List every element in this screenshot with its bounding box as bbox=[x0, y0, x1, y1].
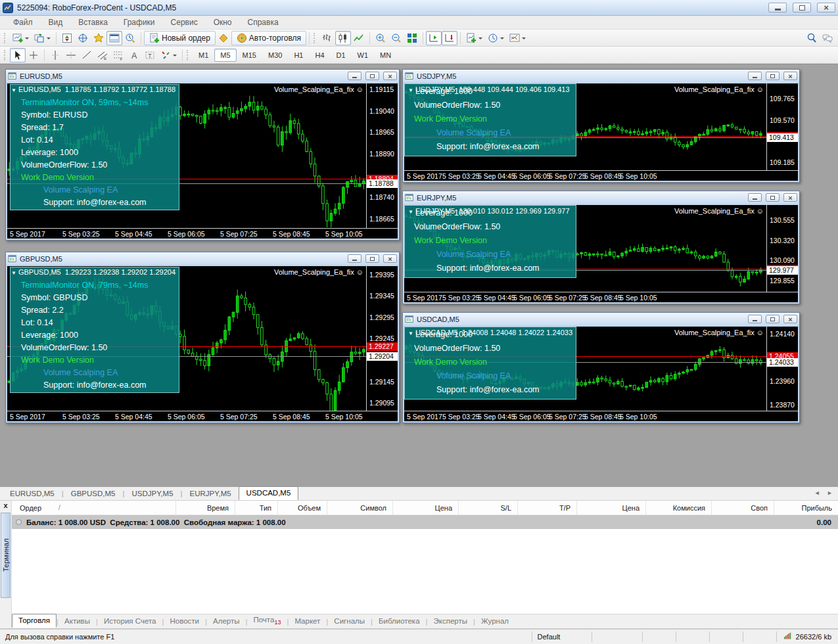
toolbar-grip[interactable] bbox=[314, 33, 317, 43]
terminal-tab-10[interactable]: Журнал bbox=[475, 615, 515, 628]
indicators-button[interactable] bbox=[463, 31, 485, 45]
chart-restore-button[interactable] bbox=[365, 254, 379, 263]
chart-window-titlebar[interactable]: USDCAD,M5× bbox=[403, 313, 799, 325]
terminal-tab-6[interactable]: Маркет bbox=[289, 615, 326, 628]
chart-close-button[interactable]: × bbox=[383, 254, 397, 263]
line-chart-button[interactable] bbox=[351, 31, 367, 45]
chart-window-titlebar[interactable]: EURJPY,M5× bbox=[403, 191, 799, 204]
toolbar-grip[interactable] bbox=[4, 33, 7, 43]
terminal-close-icon[interactable]: x bbox=[1, 501, 11, 511]
terminal-tab-0[interactable]: Торговля bbox=[12, 614, 57, 628]
trendline-button[interactable] bbox=[79, 48, 95, 62]
menu-tools[interactable]: Сервис bbox=[163, 16, 206, 29]
menu-charts[interactable]: Графики bbox=[116, 16, 163, 29]
price-scale[interactable]: 1.191151.190401.189651.188901.187401.186… bbox=[366, 83, 398, 228]
minimize-button[interactable] bbox=[768, 3, 787, 12]
chart-canvas[interactable]: Leverage: 1000VolumeOrderFlow: 1.50Work … bbox=[404, 83, 766, 170]
chart-canvas[interactable]: TerminalMonitor ON, 79ms, ~14msSymbol: G… bbox=[7, 266, 366, 411]
balance-row[interactable]: Баланс: 1 008.00 USD Средства: 1 008.00 … bbox=[12, 515, 838, 529]
horizontal-line-button[interactable] bbox=[63, 48, 79, 62]
terminal-tab-2[interactable]: История Счета bbox=[98, 615, 162, 628]
column-header-2[interactable]: Тип bbox=[235, 501, 278, 515]
column-header-11[interactable]: Прибыль bbox=[774, 501, 838, 515]
column-header-10[interactable]: Своп bbox=[712, 501, 774, 515]
arrows-tool-button[interactable] bbox=[158, 48, 179, 62]
chat-button[interactable] bbox=[820, 31, 835, 45]
market-watch-button[interactable] bbox=[59, 31, 75, 45]
toolbar-grip[interactable] bbox=[187, 50, 190, 60]
timeframe-m15[interactable]: M15 bbox=[237, 49, 262, 62]
auto-scroll-button[interactable] bbox=[442, 31, 457, 45]
timeframe-h4[interactable]: H4 bbox=[309, 49, 330, 62]
time-axis[interactable]: 5 Sep 20175 Sep 03:255 Sep 04:455 Sep 06… bbox=[404, 411, 798, 421]
chart-tab-usdcad[interactable]: USDCAD,M5 bbox=[239, 486, 299, 500]
cursor-tool-button[interactable] bbox=[10, 48, 26, 62]
status-profile[interactable]: Default bbox=[532, 630, 592, 643]
bar-chart-button[interactable] bbox=[319, 31, 335, 45]
toolbar-grip[interactable] bbox=[4, 50, 7, 60]
close-button[interactable]: × bbox=[817, 3, 835, 12]
chart-close-button[interactable]: × bbox=[383, 72, 397, 80]
column-header-9[interactable]: Комиссия bbox=[646, 501, 712, 515]
chart-restore-button[interactable] bbox=[766, 315, 780, 323]
ea-smiley-icon[interactable]: ☺ bbox=[354, 85, 363, 93]
timeframe-m1[interactable]: M1 bbox=[193, 49, 214, 62]
chart-restore-button[interactable] bbox=[365, 72, 379, 80]
chart-minimize-button[interactable] bbox=[748, 193, 762, 202]
chart-canvas[interactable]: Leverage: 1000VolumeOrderFlow: 1.50Work … bbox=[404, 205, 766, 292]
chart-window-titlebar[interactable]: GBPUSD,M5× bbox=[6, 252, 399, 265]
chart-minimize-button[interactable] bbox=[348, 72, 361, 80]
quote-dropdown-icon[interactable]: ▼ bbox=[11, 87, 16, 93]
chart-window-titlebar[interactable]: USDJPY,M5× bbox=[403, 70, 799, 82]
quote-dropdown-icon[interactable]: ▼ bbox=[11, 270, 16, 276]
price-scale[interactable]: 109.765109.570109.185109.424109.413 bbox=[766, 83, 798, 170]
metaeditor-button[interactable] bbox=[216, 31, 231, 45]
text-tool-button[interactable]: A bbox=[126, 48, 142, 62]
chart-canvas[interactable]: Leverage: 1000VolumeOrderFlow: 1.50Work … bbox=[404, 327, 766, 411]
terminal-tab-9[interactable]: Эксперты bbox=[428, 615, 473, 628]
timeframe-m30[interactable]: M30 bbox=[262, 49, 288, 62]
chart-close-button[interactable]: × bbox=[783, 193, 797, 202]
column-header-0[interactable]: Ордер/ bbox=[12, 501, 176, 515]
menu-help[interactable]: Справка bbox=[240, 16, 287, 29]
menu-insert[interactable]: Вставка bbox=[70, 16, 116, 29]
fibonacci-button[interactable]: F bbox=[110, 48, 126, 62]
chart-restore-button[interactable] bbox=[766, 193, 780, 202]
periods-button[interactable] bbox=[485, 31, 507, 45]
terminal-button[interactable] bbox=[106, 31, 122, 45]
menu-window[interactable]: Окно bbox=[206, 16, 240, 29]
chart-tab-eurusd[interactable]: EURUSD,M5 bbox=[3, 488, 62, 500]
search-button[interactable] bbox=[804, 31, 820, 45]
column-header-5[interactable]: Цена bbox=[393, 501, 459, 515]
zoom-in-button[interactable] bbox=[373, 31, 388, 45]
strategy-tester-button[interactable] bbox=[122, 31, 138, 45]
new-chart-button[interactable] bbox=[10, 31, 32, 45]
column-header-4[interactable]: Символ bbox=[327, 501, 393, 515]
price-scale[interactable]: 130.555130.320130.090129.855129.991129.9… bbox=[766, 205, 798, 292]
column-header-1[interactable]: Время bbox=[176, 501, 235, 515]
ea-smiley-icon[interactable]: ☺ bbox=[755, 329, 764, 336]
terminal-vertical-tab[interactable]: Терминал bbox=[1, 513, 11, 598]
crosshair-tool-button[interactable] bbox=[26, 48, 41, 62]
chart-close-button[interactable]: × bbox=[783, 315, 797, 323]
tab-scroll-arrows[interactable]: ◄ ► bbox=[814, 490, 835, 496]
chart-minimize-button[interactable] bbox=[348, 254, 361, 263]
menu-file[interactable]: Файл bbox=[5, 16, 41, 29]
text-label-button[interactable]: T bbox=[142, 48, 158, 62]
chart-minimize-button[interactable] bbox=[748, 315, 762, 323]
chart-window-titlebar[interactable]: EURUSD,M5× bbox=[6, 70, 399, 82]
column-header-6[interactable]: S/L bbox=[459, 501, 518, 515]
vertical-line-button[interactable] bbox=[47, 48, 63, 62]
menu-view[interactable]: Вид bbox=[41, 16, 71, 29]
terminal-tab-8[interactable]: Библиотека bbox=[373, 615, 426, 628]
quote-dropdown-icon[interactable]: ▼ bbox=[408, 209, 413, 215]
autotrading-button[interactable]: Авто-торговля bbox=[231, 31, 306, 45]
channel-button[interactable]: E bbox=[95, 48, 110, 62]
timeframe-d1[interactable]: D1 bbox=[331, 49, 352, 62]
timeframe-mn[interactable]: MN bbox=[374, 49, 397, 62]
chart-minimize-button[interactable] bbox=[748, 72, 762, 80]
data-window-button[interactable] bbox=[75, 31, 91, 45]
chart-canvas[interactable]: TerminalMonitor ON, 59ms, ~14msSymbol: E… bbox=[7, 83, 366, 228]
terminal-tab-3[interactable]: Новости bbox=[164, 615, 205, 628]
price-scale[interactable]: 1.293951.293451.292951.292451.291451.290… bbox=[366, 266, 398, 411]
